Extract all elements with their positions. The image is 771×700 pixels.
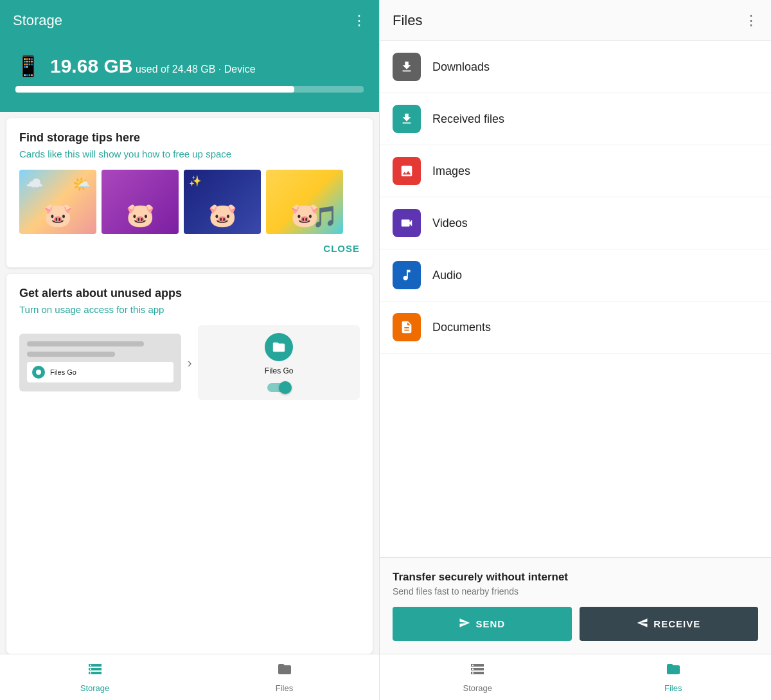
downloads-icon: [393, 53, 421, 81]
card-close-area: CLOSE: [19, 243, 360, 255]
documents-label: Documents: [432, 321, 491, 334]
files-go-icon: [265, 333, 293, 361]
tip-image-3: ✨ 🐷: [184, 170, 261, 234]
right-header: Files ⋮: [380, 0, 771, 41]
received-icon: [393, 105, 421, 133]
mock-app-dot: [36, 370, 41, 375]
phone-icon: 📱: [15, 54, 41, 78]
files-nav-icon-right: [666, 661, 681, 681]
downloads-label: Downloads: [432, 60, 490, 74]
pig-icon-2: 🐷: [126, 202, 155, 229]
storage-text: 19.68 GB used of 24.48 GB · Device: [50, 55, 256, 77]
receive-arrow-icon: [637, 617, 648, 631]
mock-app-icon: [32, 366, 45, 379]
mock-left-screen: Files Go: [19, 334, 181, 391]
mock-line-1: [27, 341, 144, 346]
mock-app-row: Files Go: [27, 362, 173, 382]
tip-image-2: 🐷: [102, 170, 179, 234]
nav-storage-left[interactable]: Storage: [0, 654, 190, 700]
storage-nav-icon-right: [470, 661, 485, 681]
right-bottom-nav: Storage Files: [380, 654, 771, 700]
file-item-received[interactable]: Received files: [380, 93, 771, 145]
note-icon: 🎵: [312, 204, 338, 229]
cloud-icon: ☁️: [26, 176, 43, 193]
chevron-right-icon: ›: [188, 355, 192, 370]
storage-detail: used of 24.48 GB · Device: [136, 64, 256, 75]
storage-bar-container: [15, 86, 364, 93]
left-more-icon[interactable]: ⋮: [352, 12, 366, 29]
right-title: Files: [393, 12, 422, 29]
sun-icon: 🌤️: [73, 176, 90, 193]
documents-icon: [393, 313, 421, 341]
alerts-subtitle: Turn on usage access for this app: [19, 304, 360, 315]
audio-label: Audio: [432, 269, 462, 282]
tips-title: Find storage tips here: [19, 131, 360, 145]
alerts-title: Get alerts about unused apps: [19, 287, 360, 300]
send-label: SEND: [475, 618, 505, 629]
file-item-downloads[interactable]: Downloads: [380, 41, 771, 93]
nav-files-label-left: Files: [276, 683, 293, 693]
pig-icon-3: 🐷: [208, 202, 237, 229]
file-item-images[interactable]: Images: [380, 145, 771, 197]
left-bottom-nav: Storage Files: [0, 654, 379, 700]
mock-app-label: Files Go: [50, 368, 76, 376]
right-more-icon[interactable]: ⋮: [744, 12, 758, 29]
left-panel: Storage ⋮ 📱 19.68 GB used of 24.48 GB · …: [0, 0, 379, 700]
left-header: Storage ⋮: [0, 0, 379, 41]
audio-icon: [393, 261, 421, 289]
toggle-thumb: [279, 381, 292, 394]
toggle-bar: [267, 383, 290, 392]
file-list: Downloads Received files Images Videos: [380, 41, 771, 557]
images-icon: [393, 157, 421, 185]
send-button[interactable]: SEND: [393, 607, 572, 641]
nav-storage-label-right: Storage: [463, 683, 492, 693]
mock-right-screen: Files Go: [198, 325, 360, 400]
mock-line-2: [27, 352, 115, 357]
pig-icon-1: 🐷: [44, 202, 73, 229]
file-item-videos[interactable]: Videos: [380, 197, 771, 249]
tips-subtitle: Cards like this will show you how to fre…: [19, 148, 360, 159]
nav-files-label-right: Files: [664, 683, 682, 693]
receive-button[interactable]: RECEIVE: [580, 607, 759, 641]
file-item-audio[interactable]: Audio: [380, 249, 771, 301]
tip-image-1: ☁️ 🌤️ 🐷: [19, 170, 96, 234]
tips-card: Find storage tips here Cards like this w…: [6, 118, 373, 267]
left-title: Storage: [13, 12, 62, 29]
nav-storage-label-left: Storage: [80, 683, 110, 693]
storage-nav-icon: [87, 661, 103, 681]
files-nav-icon-left: [277, 661, 292, 681]
toggle-track[interactable]: [267, 383, 290, 392]
images-label: Images: [432, 165, 470, 178]
files-go-label: Files Go: [265, 366, 294, 375]
right-panel: Files ⋮ Downloads Received files Images: [379, 0, 771, 700]
mock-screen: Files Go › Files Go: [19, 325, 360, 400]
received-label: Received files: [432, 112, 504, 126]
file-item-documents[interactable]: Documents: [380, 301, 771, 354]
storage-banner: 📱 19.68 GB used of 24.48 GB · Device: [0, 41, 379, 112]
transfer-title: Transfer securely without internet: [393, 571, 758, 584]
card-images: ☁️ 🌤️ 🐷 🐷 ✨ 🐷 🐷 🎵: [19, 170, 360, 234]
storage-bar-fill: [15, 86, 294, 93]
videos-icon: [393, 209, 421, 237]
close-button[interactable]: CLOSE: [323, 243, 360, 254]
videos-label: Videos: [432, 217, 468, 230]
nav-files-right[interactable]: Files: [576, 654, 772, 700]
star-icon: ✨: [189, 175, 202, 187]
nav-files-left[interactable]: Files: [190, 654, 379, 700]
transfer-subtitle: Send files fast to nearby friends: [393, 586, 758, 597]
send-arrow-icon: [459, 617, 470, 631]
transfer-buttons: SEND RECEIVE: [393, 607, 758, 641]
transfer-section: Transfer securely without internet Send …: [380, 557, 771, 654]
tip-image-4: 🐷 🎵: [266, 170, 343, 234]
receive-label: RECEIVE: [653, 618, 700, 629]
storage-used: 19.68 GB: [50, 55, 132, 76]
storage-info: 📱 19.68 GB used of 24.48 GB · Device: [15, 54, 364, 78]
alerts-card: Get alerts about unused apps Turn on usa…: [6, 274, 373, 654]
nav-storage-right[interactable]: Storage: [380, 654, 576, 700]
